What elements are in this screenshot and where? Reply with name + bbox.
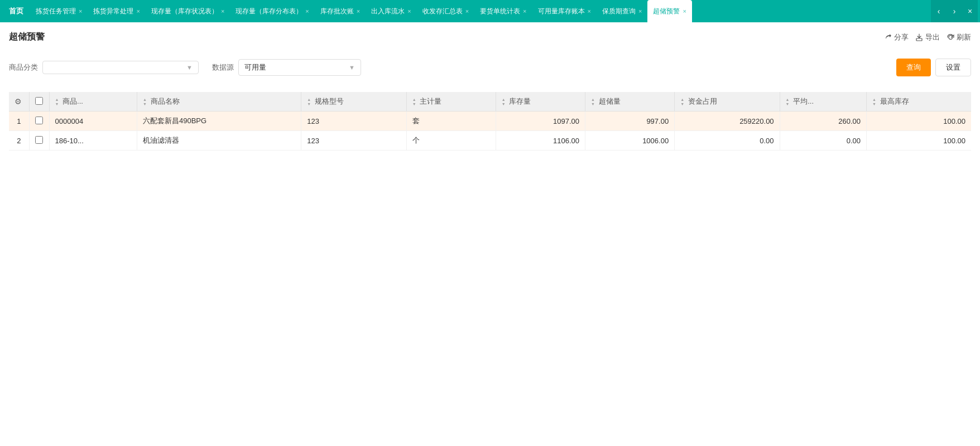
sort-icon: ▲ ▼ xyxy=(786,98,790,106)
sort-icon: ▲ ▼ xyxy=(872,98,876,106)
close-tab-0-icon[interactable]: × xyxy=(79,8,82,14)
th-settings[interactable]: ⚙ xyxy=(9,92,29,112)
close-tab-8-icon[interactable]: × xyxy=(588,8,591,14)
th-max-stock[interactable]: ▲ ▼ 最高库存 xyxy=(867,92,971,112)
nav-arrows: ‹ › × xyxy=(931,0,978,22)
table-body: 1 0000004 六配套新昌490BPG 123 套 1097.00 997.… xyxy=(9,112,971,151)
nav-tab-4[interactable]: 库存批次账 × xyxy=(315,0,366,22)
share-icon xyxy=(884,33,892,41)
nav-close-button[interactable]: × xyxy=(962,0,978,22)
datasource-chevron-icon: ▼ xyxy=(349,64,355,71)
share-button[interactable]: 分享 xyxy=(884,32,909,42)
table-row: 1 0000004 六配套新昌490BPG 123 套 1097.00 997.… xyxy=(9,112,971,131)
cell-capital-occupy: 259220.00 xyxy=(675,112,780,131)
close-tab-6-icon[interactable]: × xyxy=(465,8,469,14)
close-tab-9-icon[interactable]: × xyxy=(638,8,642,14)
th-capital-occupy[interactable]: ▲ ▼ 资金占用 xyxy=(675,92,780,112)
cell-num: 1 xyxy=(9,112,29,131)
nav-next-button[interactable]: › xyxy=(947,0,962,22)
nav-tab-5[interactable]: 出入库流水 × xyxy=(366,0,416,22)
cell-over-stock: 997.00 xyxy=(585,112,674,131)
query-button[interactable]: 查询 xyxy=(896,59,931,76)
cell-over-stock: 1006.00 xyxy=(585,131,674,151)
nav-tab-2[interactable]: 现存量（库存状况表） × xyxy=(146,0,230,22)
row-checkbox-0[interactable] xyxy=(35,117,43,124)
cell-stock: 1097.00 xyxy=(496,112,585,131)
cell-product-code: 186-10... xyxy=(49,131,137,151)
sort-icon: ▲ ▼ xyxy=(307,98,311,106)
nav-tab-1[interactable]: 拣货异常处理 × xyxy=(88,0,145,22)
export-icon xyxy=(915,33,923,41)
select-all-checkbox[interactable] xyxy=(35,97,43,105)
table-gear-icon[interactable]: ⚙ xyxy=(15,97,22,106)
close-tab-4-icon[interactable]: × xyxy=(357,8,360,14)
main-content: 超储预警 分享 导出 刷新 xyxy=(0,22,980,446)
nav-prev-button[interactable]: ‹ xyxy=(931,0,947,22)
category-label: 商品分类 xyxy=(9,62,38,72)
close-tab-10-icon[interactable]: × xyxy=(683,8,686,14)
th-stock[interactable]: ▲ ▼ 库存量 xyxy=(496,92,585,112)
filter-bar: 商品分类 ▼ 数据源 可用量 ▼ 查询 设置 xyxy=(9,52,971,83)
export-button[interactable]: 导出 xyxy=(915,32,940,42)
refresh-icon xyxy=(947,33,954,41)
cell-max-stock: 100.00 xyxy=(867,131,971,151)
datasource-filter-group: 数据源 可用量 ▼ xyxy=(212,59,361,76)
datasource-select[interactable]: 可用量 ▼ xyxy=(238,59,361,76)
th-checkbox xyxy=(29,92,49,112)
cell-num: 2 xyxy=(9,131,29,151)
nav-tab-7[interactable]: 要货单统计表 × xyxy=(474,0,532,22)
th-unit[interactable]: ▲ ▼ 主计量 xyxy=(406,92,496,112)
sort-icon: ▲ ▼ xyxy=(680,98,684,106)
sort-icon: ▲ ▼ xyxy=(55,98,59,106)
datasource-label: 数据源 xyxy=(212,62,234,72)
table-row: 2 186-10... 机油滤清器 123 个 1106.00 1006.00 … xyxy=(9,131,971,151)
close-tab-1-icon[interactable]: × xyxy=(136,8,140,14)
table-header-row: ⚙ ▲ ▼ 商品... ▲ ▼ 商品名称 xyxy=(9,92,971,112)
cell-stock: 1106.00 xyxy=(496,131,585,151)
nav-tab-10[interactable]: 超储预警 × xyxy=(647,0,691,22)
cell-avg-price: 260.00 xyxy=(780,112,866,131)
cell-avg-price: 0.00 xyxy=(780,131,866,151)
th-product-name[interactable]: ▲ ▼ 商品名称 xyxy=(137,92,301,112)
top-navigation: 首页 拣货任务管理 × 拣货异常处理 × 现存量（库存状况表） × 现存量（库存… xyxy=(0,0,980,22)
th-product-code[interactable]: ▲ ▼ 商品... xyxy=(49,92,137,112)
filter-buttons: 查询 设置 xyxy=(896,59,971,76)
nav-home[interactable]: 首页 xyxy=(2,6,30,16)
sort-icon: ▲ ▼ xyxy=(502,98,506,106)
category-chevron-icon: ▼ xyxy=(186,64,193,71)
cell-spec: 123 xyxy=(301,131,406,151)
category-select[interactable]: ▼ xyxy=(42,61,199,74)
cell-capital-occupy: 0.00 xyxy=(675,131,780,151)
th-over-stock[interactable]: ▲ ▼ 超储量 xyxy=(585,92,674,112)
settings-button[interactable]: 设置 xyxy=(935,59,971,76)
header-actions: 分享 导出 刷新 xyxy=(884,32,971,42)
cell-max-stock: 100.00 xyxy=(867,112,971,131)
page-header: 超储预警 分享 导出 刷新 xyxy=(9,31,971,43)
sort-icon: ▲ ▼ xyxy=(591,98,595,106)
cell-unit: 套 xyxy=(406,112,496,131)
row-checkbox-1[interactable] xyxy=(35,136,43,144)
data-table: ⚙ ▲ ▼ 商品... ▲ ▼ 商品名称 xyxy=(9,92,971,151)
close-tab-5-icon[interactable]: × xyxy=(407,8,411,14)
cell-unit: 个 xyxy=(406,131,496,151)
nav-tab-3[interactable]: 现存量（库存分布表） × xyxy=(230,0,314,22)
th-avg-price[interactable]: ▲ ▼ 平均... xyxy=(780,92,866,112)
sort-icon: ▲ ▼ xyxy=(412,98,416,106)
nav-tab-0[interactable]: 拣货任务管理 × xyxy=(30,0,88,22)
nav-tab-9[interactable]: 保质期查询 × xyxy=(597,0,647,22)
cell-checkbox[interactable] xyxy=(29,131,49,151)
refresh-button[interactable]: 刷新 xyxy=(947,32,971,42)
cell-product-name: 机油滤清器 xyxy=(137,131,301,151)
cell-checkbox[interactable] xyxy=(29,112,49,131)
nav-tab-8[interactable]: 可用量库存账本 × xyxy=(532,0,597,22)
category-filter-group: 商品分类 ▼ xyxy=(9,61,199,74)
nav-tab-6[interactable]: 收发存汇总表 × xyxy=(417,0,474,22)
cell-spec: 123 xyxy=(301,112,406,131)
th-spec[interactable]: ▲ ▼ 规格型号 xyxy=(301,92,406,112)
datasource-select-value: 可用量 xyxy=(244,62,349,72)
close-tab-2-icon[interactable]: × xyxy=(221,8,224,14)
cell-product-code: 0000004 xyxy=(49,112,137,131)
close-tab-7-icon[interactable]: × xyxy=(523,8,526,14)
page-title: 超储预警 xyxy=(9,31,45,43)
close-tab-3-icon[interactable]: × xyxy=(305,8,309,14)
